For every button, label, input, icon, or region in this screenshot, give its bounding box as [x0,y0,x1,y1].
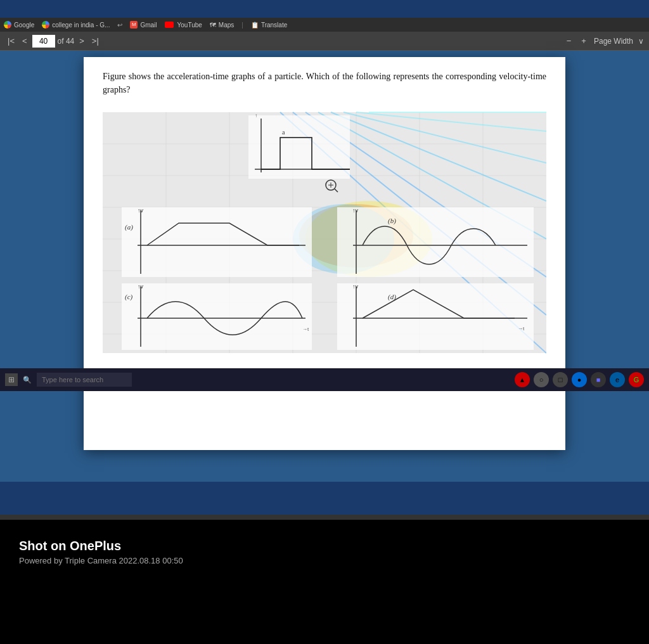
taskbar-app-icon-2[interactable]: ○ [534,372,549,387]
app-icon-4: ● [577,376,582,383]
svg-text:(a): (a) [125,223,133,231]
maps-icon: 🗺 [210,22,216,29]
svg-rect-31 [122,207,312,277]
app-icon-3: □ [558,376,563,383]
gmail-icon: M [130,21,138,29]
taskbar-app-icon-5[interactable]: ■ [591,372,606,387]
tab-college-label: college in india - G... [52,22,110,29]
zoom-out-button[interactable]: − [564,35,574,47]
svg-text:(b): (b) [388,217,396,225]
tab-youtube[interactable]: YouTube [165,22,202,29]
svg-text:→t: →t [518,326,525,332]
screen-frame: Google college in india - G... ↩ M Gmail… [0,0,649,520]
tab-translate[interactable]: 📋 Translate [251,22,287,29]
svg-rect-47 [337,283,534,350]
last-page-button[interactable]: >| [89,35,101,47]
app-icon-5: ■ [596,376,601,383]
shot-info-text: Powered by Triple Camera 2022.08.18 00:5… [19,556,630,565]
prev-page-button[interactable]: < [20,35,30,47]
tab-maps[interactable]: 🗺 Maps [210,22,234,29]
start-button[interactable]: ⊞ [5,373,18,386]
tab-college[interactable]: college in india - G... [42,21,110,29]
graphs-svg: a ↑ (a) [103,106,546,359]
search-icon: 🔍 [23,376,32,384]
taskbar-app-icon-4[interactable]: ● [572,372,587,387]
tab-gmail-label: Gmail [140,22,157,29]
tab-gmail[interactable]: M Gmail [130,21,157,29]
youtube-icon [165,22,174,28]
google-icon [4,21,11,29]
svg-text:↑: ↑ [255,113,257,119]
svg-text:↑v: ↑v [138,283,144,290]
svg-text:a: a [282,129,285,136]
next-page-button[interactable]: > [77,35,87,47]
svg-rect-36 [337,207,534,277]
svg-text:↑v: ↑v [352,283,359,290]
tab-google[interactable]: Google [4,21,34,29]
svg-text:↑v: ↑v [138,207,144,214]
taskbar-app-icon-6[interactable]: e [610,372,625,387]
svg-text:(c): (c) [125,293,133,301]
separator: | [241,22,243,29]
page-width-label: Page Width [594,37,633,46]
taskbar-search-input[interactable] [37,373,132,387]
taskbar-app-icon-1[interactable]: ▲ [515,372,530,387]
tab-youtube-label: YouTube [177,22,202,29]
bottom-section: Shot on OnePlus Powered by Triple Camera… [0,520,649,644]
taskbar-app-icon-7[interactable]: G [629,372,644,387]
tab-google-label: Google [14,22,34,29]
zoom-in-button[interactable]: + [579,35,589,47]
pdf-toolbar: |< < of 44 > >| − + Page Width ∨ [0,32,649,51]
windows-icon: ⊞ [8,375,15,384]
tab-maps-label: Maps [219,22,234,29]
taskbar: ⊞ 🔍 ▲ ○ □ ● ■ e G [0,368,649,391]
google-icon-2 [42,21,49,29]
first-page-button[interactable]: |< [5,35,17,47]
svg-text:→t: →t [302,326,309,332]
arrow-icon: ↩ [117,22,122,29]
tab-bar: Google college in india - G... ↩ M Gmail… [0,18,649,32]
dropdown-arrow-icon[interactable]: ∨ [638,37,644,46]
pdf-content-area: Figure shows the acceleration-time graph… [0,51,649,482]
graph-container: a ↑ (a) [103,106,546,359]
app-icon-2: ○ [539,376,544,383]
shot-on-oneplus-brand: Shot on OnePlus [19,539,630,553]
app-icon-7: G [634,376,639,383]
taskbar-icons: ▲ ○ □ ● ■ e G [515,372,644,387]
translate-icon: 📋 [251,22,259,29]
svg-rect-41 [122,283,312,350]
taskbar-app-icon-3[interactable]: □ [553,372,568,387]
pdf-page: Figure shows the acceleration-time graph… [84,57,565,450]
app-icon-6: e [615,376,619,383]
app-icon-1: ▲ [519,376,526,383]
tab-translate-label: Translate [261,22,287,29]
svg-text:↑v: ↑v [352,207,359,214]
question-text: Figure shows the acceleration-time graph… [103,70,546,96]
page-number-input[interactable] [32,35,55,48]
page-total: of 44 [58,37,75,46]
